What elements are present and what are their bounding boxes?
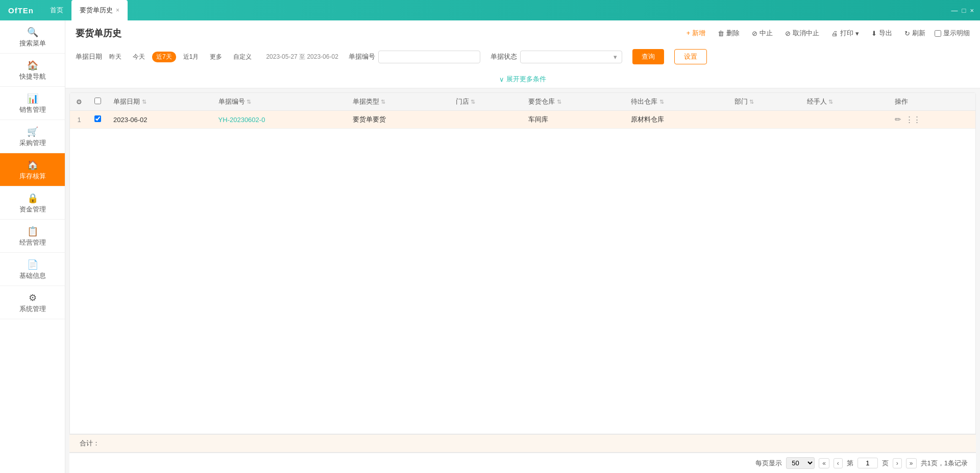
date-btn-custom[interactable]: 自定义 — [229, 52, 256, 62]
edit-icon[interactable]: ✏ — [895, 115, 901, 124]
tab-requisition-history[interactable]: 要货单历史 × — [71, 0, 128, 20]
refresh-button[interactable]: ↻ 刷新 — [901, 27, 928, 40]
sort-date-icon: ⇅ — [142, 99, 146, 105]
sidebar-item-system[interactable]: ⚙ 系统管理 — [0, 286, 65, 319]
col-handler[interactable]: 经手人 ⇅ — [801, 93, 889, 111]
row-order-type-cell: 要货单要货 — [347, 111, 450, 129]
sidebar-item-basic-info[interactable]: 📄 基础信息 — [0, 253, 65, 286]
date-btn-more[interactable]: 更多 — [206, 52, 226, 62]
row-order-no-cell[interactable]: YH-20230602-0 — [212, 111, 347, 129]
date-btn-last7days[interactable]: 近7天 — [152, 52, 176, 62]
status-select-wrapper — [520, 51, 622, 63]
page-header: 要货单历史 + 新增 🗑 删除 ⊘ 中止 ⊘ 取消中止 — [65, 20, 980, 88]
refresh-icon: ↻ — [904, 30, 910, 37]
home-icon: 🏠 — [27, 61, 38, 70]
inventory-icon: 🏠 — [27, 160, 38, 170]
select-all-checkbox[interactable] — [94, 98, 101, 104]
expand-more-button[interactable]: ∨ 展开更多条件 — [499, 75, 546, 84]
cancel-stop-button[interactable]: ⊘ 取消中止 — [782, 27, 822, 40]
sidebar-item-finance[interactable]: 🔒 资金管理 — [0, 186, 65, 220]
sidebar-item-label: 搜索菜单 — [19, 39, 46, 48]
delete-button[interactable]: 🗑 删除 — [715, 27, 743, 40]
col-req-warehouse[interactable]: 要货仓库 ⇅ — [522, 93, 625, 111]
content-area: 要货单历史 + 新增 🗑 删除 ⊘ 中止 ⊘ 取消中止 — [65, 20, 980, 473]
row-checkbox-cell[interactable] — [88, 111, 107, 129]
query-button[interactable]: 查询 — [632, 49, 664, 64]
row-handler-cell — [801, 111, 889, 129]
show-detail-checkbox[interactable] — [935, 30, 941, 37]
toolbar: + 新增 🗑 删除 ⊘ 中止 ⊘ 取消中止 🖨 打 — [683, 27, 970, 40]
search-icon: 🔍 — [27, 28, 38, 37]
sidebar-item-inventory[interactable]: 🏠 库存核算 — [0, 153, 65, 186]
tab-close-icon[interactable]: × — [116, 7, 119, 14]
row-pending-warehouse-cell: 原材料仓库 — [625, 111, 728, 129]
sidebar-item-label: 系统管理 — [19, 304, 46, 314]
page-suffix: 页 — [882, 459, 889, 468]
page-size-label: 每页显示 — [755, 459, 782, 468]
show-detail-toggle[interactable]: 显示明细 — [935, 29, 970, 38]
col-action: 操作 — [889, 93, 975, 111]
total-info: 共1页，1条记录 — [921, 459, 968, 468]
date-btn-today[interactable]: 今天 — [129, 52, 149, 62]
cancel-stop-icon: ⊘ — [785, 30, 791, 37]
date-range-text: 2023-05-27 至 2023-06-02 — [266, 53, 338, 61]
prev-page-btn[interactable]: ‹ — [834, 458, 843, 468]
date-filter-label: 单据日期 — [76, 52, 102, 61]
app-logo: OfTEn — [0, 6, 42, 15]
system-icon: ⚙ — [29, 293, 37, 302]
page-size-select[interactable]: 50 10 20 100 — [786, 457, 815, 469]
col-store[interactable]: 门店 ⇅ — [450, 93, 522, 111]
col-department[interactable]: 部门 ⇅ — [728, 93, 801, 111]
status-select[interactable] — [520, 51, 622, 63]
last-page-btn[interactable]: » — [906, 458, 917, 468]
cart-icon: 🛒 — [27, 127, 38, 136]
order-no-filter-group: 单据编号 — [349, 51, 480, 63]
minimize-btn[interactable]: — — [951, 7, 958, 14]
expand-more-bar: ∨ 展开更多条件 — [76, 73, 970, 88]
settings-button[interactable]: 设置 — [674, 49, 707, 64]
order-no-label: 单据编号 — [349, 52, 375, 61]
date-btn-last-month[interactable]: 近1月 — [179, 52, 203, 62]
col-order-type[interactable]: 单据类型 ⇅ — [347, 93, 450, 111]
pagination: 每页显示 50 10 20 100 « ‹ 第 页 › » 共1页，1条记录 — [69, 453, 976, 473]
date-btn-yesterday[interactable]: 昨天 — [105, 52, 126, 62]
sidebar-item-quick-nav[interactable]: 🏠 快捷导航 — [0, 54, 65, 87]
more-action-icon[interactable]: ⋮⋮ — [905, 115, 921, 124]
stop-button[interactable]: ⊘ 中止 — [749, 27, 776, 40]
close-btn[interactable]: × — [970, 7, 974, 14]
print-button[interactable]: 🖨 打印 ▾ — [828, 27, 862, 40]
col-order-no[interactable]: 单据编号 ⇅ — [212, 93, 347, 111]
stop-icon: ⊘ — [752, 30, 757, 37]
expand-icon: ∨ — [499, 76, 504, 83]
row-store-cell — [450, 111, 522, 129]
col-date[interactable]: 单据日期 ⇅ — [107, 93, 212, 111]
status-label: 单据状态 — [491, 52, 517, 61]
row-department-cell — [728, 111, 801, 129]
col-settings[interactable]: ⚙ — [70, 93, 88, 111]
first-page-btn[interactable]: « — [819, 458, 829, 468]
row-action-cell: ✏ ⋮⋮ — [889, 111, 975, 129]
sort-req-warehouse-icon: ⇅ — [557, 99, 561, 105]
topbar-window-controls: — □ × — [951, 7, 980, 14]
page-number-input[interactable] — [857, 458, 878, 468]
new-button[interactable]: + 新增 — [683, 27, 708, 40]
sidebar-item-label: 快捷导航 — [19, 72, 46, 81]
sidebar-item-label: 采购管理 — [19, 138, 46, 148]
tab-home[interactable]: 首页 — [42, 0, 71, 20]
export-button[interactable]: ⬇ 导出 — [868, 27, 895, 40]
row-checkbox[interactable] — [94, 115, 101, 122]
sidebar-item-label: 经营管理 — [19, 238, 46, 247]
sidebar-item-purchase[interactable]: 🛒 采购管理 — [0, 120, 65, 153]
col-pending-warehouse[interactable]: 待出仓库 ⇅ — [625, 93, 728, 111]
sidebar-item-search[interactable]: 🔍 搜索菜单 — [0, 20, 65, 54]
tab-label: 要货单历史 — [80, 6, 113, 15]
status-filter-group: 单据状态 — [491, 51, 622, 63]
next-page-btn[interactable]: › — [893, 458, 902, 468]
sidebar-item-sales[interactable]: 📊 销售管理 — [0, 87, 65, 120]
maximize-btn[interactable]: □ — [962, 7, 966, 14]
topbar: OfTEn 首页 要货单历史 × — □ × — [0, 0, 980, 20]
order-no-link[interactable]: YH-20230602-0 — [218, 116, 265, 124]
print-icon: 🖨 — [831, 30, 838, 37]
sidebar-item-operations[interactable]: 📋 经营管理 — [0, 220, 65, 253]
order-no-input[interactable] — [378, 51, 480, 63]
